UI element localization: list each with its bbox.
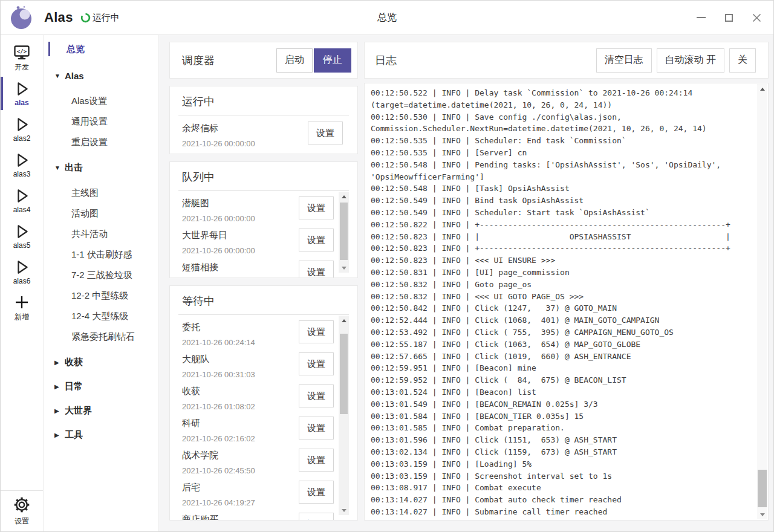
task-setting-button[interactable]: 设置 [299, 513, 334, 520]
clear-log-button[interactable]: 清空日志 [596, 48, 652, 73]
instance-item[interactable]: </> [1, 40, 43, 76]
waiting-title: 等待中 [178, 286, 349, 315]
instance-item[interactable]: </> [1, 147, 43, 183]
main-content: 调度器 启动停止 运行中 余烬信标 2021-10-26 00:00 [159, 35, 773, 531]
task-setting-button[interactable]: 设置 [299, 352, 334, 375]
dev-monitor-icon: </> [13, 44, 31, 62]
minimize-button[interactable] [696, 13, 706, 22]
menu-item[interactable]: ▼ Alas [44, 66, 158, 85]
menu-item[interactable]: 主线图 [44, 183, 158, 203]
instance-sidebar: </> [1, 35, 44, 531]
scroll-up-icon[interactable] [757, 84, 767, 94]
menu-item[interactable]: ▼ 出击 [44, 158, 158, 177]
scroll-down-icon[interactable] [339, 505, 349, 515]
alas-window: Alas 运行中 总览 [0, 0, 774, 532]
maximize-button[interactable] [724, 13, 733, 22]
autoscroll-on-button[interactable]: 自动滚动 开 [657, 48, 724, 73]
scroll-down-icon[interactable] [339, 263, 349, 273]
task-info: 科研 2021-10-26 02:16:02 [182, 416, 299, 446]
autoscroll-off-button[interactable]: 关 [729, 48, 756, 73]
waiting-scrollbar[interactable] [339, 316, 349, 515]
task-name: 余烬信标 [182, 121, 308, 134]
menu-item[interactable]: 7-2 三战捡垃圾 [44, 265, 158, 285]
scheduler-stop-button[interactable]: 停止 [314, 48, 351, 73]
instance-label: alas4 [13, 206, 31, 214]
instance-item[interactable]: </> [1, 254, 43, 290]
titlebar-left: Alas 运行中 [9, 5, 120, 30]
scheduler-column: 调度器 启动停止 运行中 余烬信标 2021-10-26 00:00 [169, 42, 358, 521]
menu-item[interactable]: 重启设置 [44, 132, 158, 152]
scheduler-title: 调度器 [182, 53, 215, 68]
menu-item[interactable]: 12-2 中型练级 [44, 285, 158, 306]
menu-item[interactable]: ▶ 日常 [44, 377, 158, 395]
task-info: 大世界每日 2021-10-26 00:00:00 [182, 228, 299, 258]
instance-item[interactable]: </> [1, 183, 43, 218]
scroll-up-icon[interactable] [339, 316, 349, 325]
task-setting-button[interactable]: 设置 [299, 320, 334, 343]
pending-task-list[interactable]: 潜艇图 2021-10-26 00:00:00 设置 大世界每日 20 [170, 190, 357, 277]
menu-item-label: 紧急委托刷钻石 [71, 331, 135, 343]
pending-card: 队列中 潜艇图 2021-10-26 00:00:00 设置 [169, 161, 358, 278]
instance-item[interactable]: </> [1, 111, 43, 147]
menu-item[interactable]: 1-1 伏击刷好感 [44, 244, 158, 265]
settings-label: 设置 [15, 516, 29, 527]
menu-item[interactable]: ▶ 工具 [44, 426, 158, 444]
instance-item[interactable]: </> [1, 290, 43, 325]
task-name: 短猫相接 [182, 260, 299, 273]
scroll-thumb[interactable] [340, 334, 348, 414]
instance-item[interactable]: </> [1, 218, 43, 254]
menu-item[interactable]: 共斗活动 [44, 224, 158, 244]
task-name: 大世界每日 [182, 228, 299, 241]
task-row: 大世界每日 2021-10-26 00:00:00 设置 [182, 228, 334, 258]
task-setting-button[interactable]: 设置 [299, 449, 334, 472]
settings-button[interactable]: 设置 [1, 490, 43, 531]
running-title: 运行中 [178, 86, 349, 115]
expand-arrow-icon: ▶ [54, 383, 63, 390]
play-icon [13, 258, 31, 276]
log-scrollbar[interactable] [757, 84, 767, 519]
waiting-task-list[interactable]: 委托 2021-10-26 00:24:14 设置 大舰队 2021- [170, 314, 357, 520]
instance-item[interactable]: </> [1, 76, 43, 111]
svg-text:</>: </> [17, 48, 27, 54]
active-indicator [1, 255, 3, 288]
menu-item[interactable]: 总览 [44, 41, 158, 57]
scroll-thumb[interactable] [758, 470, 767, 507]
task-setting-button[interactable]: 设置 [299, 481, 334, 504]
pending-scrollbar[interactable] [339, 192, 349, 273]
scroll-thumb[interactable] [340, 203, 348, 260]
play-icon [13, 222, 31, 241]
menu-item[interactable]: 通用设置 [44, 111, 158, 132]
scroll-down-icon[interactable] [757, 510, 767, 519]
log-output-area[interactable]: 00:12:50.522 | INFO | Delay task `Commis… [364, 83, 769, 521]
task-setting-button[interactable]: 设置 [299, 417, 334, 440]
menu-item[interactable]: 紧急委托刷钻石 [44, 326, 158, 347]
task-setting-button[interactable]: 设置 [308, 122, 343, 144]
pending-title: 队列中 [178, 162, 349, 191]
task-setting-button[interactable]: 设置 [299, 196, 334, 219]
log-column: 日志 清空日志 自动滚动 开 关 00:12:50.522 | INFO | D… [364, 42, 769, 521]
scroll-up-icon[interactable] [339, 192, 349, 201]
menu-item[interactable]: 活动图 [44, 203, 158, 224]
play-icon [13, 115, 31, 134]
task-row: 短猫相接 2021-10-26 00:00:00 设置 [182, 260, 334, 277]
menu-item-label: Alas设置 [71, 96, 107, 107]
menu-item-label: 1-1 伏击刷好感 [71, 249, 132, 261]
active-indicator [1, 219, 3, 253]
menu-item[interactable]: Alas设置 [44, 91, 158, 111]
task-setting-button[interactable]: 设置 [299, 261, 334, 277]
task-row: 委托 2021-10-26 00:24:14 设置 [182, 320, 334, 350]
task-info: 余烬信标 2021-10-26 00:00:00 [182, 121, 308, 148]
menu-item[interactable]: ▶ 收获 [44, 353, 158, 371]
active-indicator [1, 112, 3, 146]
menu-item-label: 活动图 [71, 208, 99, 219]
task-setting-button[interactable]: 设置 [299, 229, 334, 251]
menu-item[interactable]: ▶ 大世界 [44, 401, 158, 420]
instance-label: alas6 [13, 277, 31, 285]
instance-label: alas5 [13, 241, 31, 250]
close-button[interactable] [752, 13, 761, 22]
scheduler-start-button[interactable]: 启动 [276, 48, 313, 73]
status-text: 运行中 [93, 12, 120, 24]
menu-item[interactable]: 12-4 大型练级 [44, 306, 158, 326]
task-name: 后宅 [182, 480, 299, 493]
task-setting-button[interactable]: 设置 [299, 384, 334, 407]
